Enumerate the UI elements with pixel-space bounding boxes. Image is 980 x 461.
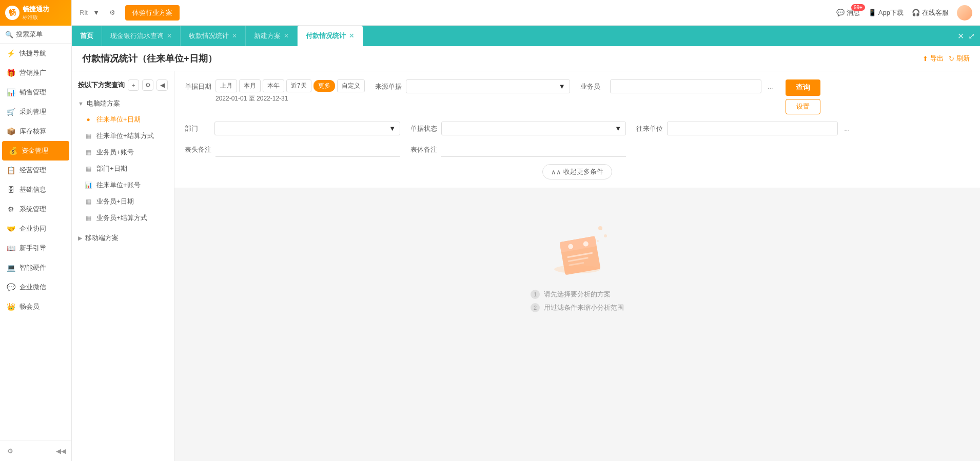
scheme-collapse-button[interactable]: ◀ — [156, 79, 168, 91]
staff-label: 业务员 — [580, 82, 606, 91]
scheme-mobile-group[interactable]: ▶ 移动端方案 — [72, 229, 174, 247]
footer-collapse-icon[interactable]: ◀◀ — [55, 445, 67, 457]
tab-bar: 首页 现金银行流水查询 ✕ 收款情况统计 ✕ 新建方案 ✕ 付款情况统计 ✕ ✕… — [72, 26, 980, 46]
sidebar-header: 畅 畅捷通坊 标准版 — [0, 0, 71, 26]
query-button[interactable]: 查询 — [786, 79, 820, 96]
purchase-icon: 🛒 — [6, 107, 15, 116]
body-note-label: 表体备注 — [410, 145, 437, 154]
tab-new-scheme[interactable]: 新建方案 ✕ — [246, 26, 298, 46]
staff-input[interactable] — [610, 79, 761, 93]
source-select[interactable]: ▼ — [406, 79, 570, 93]
tab-payment-stats[interactable]: 付款情况统计 ✕ — [298, 26, 363, 46]
sidebar-item-hardware[interactable]: 💻 智能硬件 — [0, 258, 71, 277]
scheme-desktop-title[interactable]: ▼ 电脑端方案 — [72, 96, 174, 111]
close-tab-button[interactable]: ✕ — [957, 31, 964, 41]
more-dates-btn[interactable]: 更多 — [313, 80, 335, 92]
scheme-settings-button[interactable]: ⚙ — [142, 79, 153, 91]
tab-receipt-stats[interactable]: 收款情况统计 ✕ — [181, 26, 246, 46]
body-note-filter: 表体备注 — [410, 143, 626, 157]
sidebar-item-sales[interactable]: 📊 销售管理 — [0, 83, 71, 102]
scheme-item-staff-account[interactable]: ▦ 业务员+账号 — [72, 144, 174, 161]
sidebar-item-cooperation[interactable]: 🤝 企业协同 — [0, 219, 71, 238]
refresh-button[interactable]: ↻ 刷新 — [949, 54, 970, 63]
result-placeholder: 1 请先选择要分析的方案 2 用过滤条件来缩小分析范围 — [531, 218, 624, 312]
company-dropdown-button[interactable]: ▼ — [93, 9, 100, 16]
last-month-btn[interactable]: 上月 — [215, 79, 237, 92]
voucher-status-select[interactable]: ▼ — [441, 122, 626, 135]
partner-input[interactable] — [667, 122, 838, 135]
tab-bank-flow[interactable]: 现金银行流水查询 ✕ — [102, 26, 181, 46]
user-avatar[interactable] — [957, 5, 972, 21]
sidebar-item-guide[interactable]: 📖 新手引导 — [0, 238, 71, 258]
scheme-item-partner-date[interactable]: ● 往来单位+日期 — [72, 111, 174, 128]
new-scheme-close-icon[interactable]: ✕ — [284, 32, 289, 39]
sidebar: 畅 畅捷通坊 标准版 🔍 搜索菜单 ⚡ 快捷导航 🎁 营销推广 📊 销售管理 🛒… — [0, 0, 72, 461]
finance-icon: 💰 — [8, 146, 17, 155]
message-icon: 💬 — [836, 9, 845, 16]
tip-1-number: 1 — [531, 290, 540, 299]
sidebar-item-finance[interactable]: 💰 资金管理 — [2, 141, 69, 161]
this-year-btn[interactable]: 本年 — [263, 79, 284, 92]
page-title: 付款情况统计（往来单位+日期） — [82, 52, 217, 65]
system-icon: ⚙ — [6, 205, 15, 214]
messages-item[interactable]: 💬 消息 99+ — [836, 8, 860, 17]
voucher-status-label: 单据状态 — [410, 124, 437, 133]
export-button[interactable]: ⬆ 导出 — [923, 54, 944, 63]
online-service-item[interactable]: 🎧 在线客服 — [912, 8, 949, 17]
staff-filter: 业务员 ... — [580, 79, 775, 93]
scheme-item-partner-settle[interactable]: ▦ 往来单位+结算方式 — [72, 128, 174, 144]
settings-button[interactable]: 设置 — [786, 99, 820, 114]
app-download-item[interactable]: 📱 App下载 — [868, 8, 904, 17]
bank-flow-close-icon[interactable]: ✕ — [167, 32, 172, 39]
scheme-item-staff-settle[interactable]: ▦ 业务员+结算方式 — [72, 210, 174, 226]
collapse-label: 收起更多条件 — [563, 167, 603, 176]
sidebar-item-marketing[interactable]: 🎁 营销推广 — [0, 63, 71, 83]
sidebar-item-label: 快捷导航 — [19, 49, 46, 58]
voucher-status-filter: 单据状态 ▼ — [410, 122, 626, 135]
guide-icon: 📖 — [6, 244, 15, 253]
footer-settings-icon[interactable]: ⚙ — [4, 445, 16, 457]
marketing-icon: 🎁 — [6, 68, 15, 77]
top-header: Rit ▼ ⚙ 体验行业方案 💬 消息 99+ 📱 App下载 🎧 在线客服 — [72, 0, 980, 26]
sidebar-item-member[interactable]: 👑 畅会员 — [0, 297, 71, 316]
page-header: 付款情况统计（往来单位+日期） ⬆ 导出 ↻ 刷新 — [72, 46, 980, 71]
quick-nav-icon: ⚡ — [6, 49, 15, 58]
sidebar-item-system[interactable]: ⚙ 系统管理 — [0, 199, 71, 219]
svg-point-9 — [604, 234, 607, 237]
scheme-add-button[interactable]: ＋ — [128, 79, 139, 91]
scheme-item-partner-account[interactable]: 📊 往来单位+账号 — [72, 177, 174, 193]
scheme-panel: 按以下方案查询 ＋ ⚙ ◀ ▼ 电脑端方案 ● 往来单位+日期 ▦ — [72, 71, 174, 461]
sidebar-item-operation[interactable]: 📋 经营管理 — [0, 161, 71, 180]
tab-home[interactable]: 首页 — [72, 26, 102, 46]
filter-panel: 单据日期 上月 本月 本年 近7天 更多 自定义 2022-01-01 至 20… — [174, 71, 980, 188]
custom-date-btn[interactable]: 自定义 — [337, 79, 365, 92]
search-icon: 🔍 — [5, 31, 13, 38]
receipt-stats-close-icon[interactable]: ✕ — [232, 32, 237, 39]
sidebar-item-basic[interactable]: 🗄 基础信息 — [0, 180, 71, 199]
search-menu-item[interactable]: 🔍 搜索菜单 — [0, 26, 71, 44]
scheme-panel-header: 按以下方案查询 ＋ ⚙ ◀ — [72, 76, 174, 96]
scheme-header-actions: ＋ ⚙ ◀ — [128, 79, 168, 91]
header-settings-button[interactable]: ⚙ — [105, 5, 120, 21]
sidebar-item-purchase[interactable]: 🛒 采购管理 — [0, 102, 71, 122]
sidebar-item-inventory[interactable]: 📦 库存核算 — [0, 122, 71, 141]
sidebar-item-quick-nav[interactable]: ⚡ 快捷导航 — [0, 44, 71, 63]
last-7days-btn[interactable]: 近7天 — [286, 79, 311, 92]
scheme-table-icon-3: ▦ — [84, 165, 92, 173]
source-filter: 来源单据 ▼ — [375, 79, 570, 93]
dept-select[interactable]: ▼ — [214, 122, 400, 135]
refresh-icon: ↻ — [949, 55, 954, 63]
header-note-label: 表头备注 — [185, 145, 211, 154]
expand-tab-button[interactable]: ⤢ — [968, 31, 975, 41]
trial-button[interactable]: 体验行业方案 — [125, 5, 180, 21]
scheme-item-staff-date[interactable]: ▦ 业务员+日期 — [72, 193, 174, 210]
this-month-btn[interactable]: 本月 — [239, 79, 261, 92]
collapse-filters-button[interactable]: ∧∧ 收起更多条件 — [542, 164, 612, 179]
scheme-item-dept-date[interactable]: ▦ 部门+日期 — [72, 161, 174, 177]
staff-more-icon[interactable]: ... — [766, 83, 775, 90]
partner-more-icon[interactable]: ... — [842, 125, 852, 132]
service-label: 在线客服 — [922, 8, 949, 17]
sidebar-item-wechat[interactable]: 💬 企业微信 — [0, 277, 71, 297]
export-icon: ⬆ — [923, 55, 928, 63]
payment-stats-close-icon[interactable]: ✕ — [349, 32, 354, 39]
